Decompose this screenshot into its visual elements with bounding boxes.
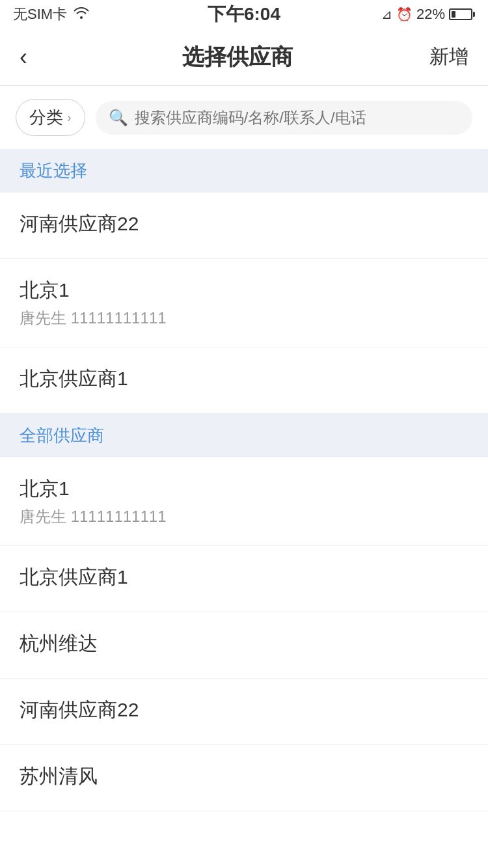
all-list-item[interactable]: 杭州维达 — [0, 612, 488, 679]
recent-section-header: 最近选择 — [0, 149, 488, 193]
status-right: ⊿ ⏰ 22% — [381, 6, 475, 23]
wifi-icon — [72, 6, 90, 23]
search-input[interactable] — [135, 109, 459, 127]
item-name: 北京供应商1 — [20, 564, 468, 591]
all-section-header: 全部供应商 — [0, 414, 488, 457]
item-name: 北京供应商1 — [20, 366, 468, 392]
carrier-text: 无SIM卡 — [13, 5, 67, 24]
item-name: 杭州维达 — [20, 631, 468, 657]
item-name: 河南供应商22 — [20, 211, 468, 237]
filter-bar: 分类 › 🔍 — [0, 86, 488, 149]
alarm-icon: ⏰ — [396, 7, 413, 22]
item-name: 河南供应商22 — [20, 697, 468, 724]
add-button[interactable]: 新增 — [416, 44, 468, 70]
item-sub: 唐先生 11111111111 — [20, 506, 468, 527]
search-icon: 🔍 — [109, 109, 128, 127]
recent-list-item[interactable]: 北京1唐先生 11111111111 — [0, 259, 488, 347]
category-label: 分类 — [29, 106, 63, 129]
all-items-list: 北京1唐先生 11111111111北京供应商1杭州维达河南供应商22苏州清风 — [0, 457, 488, 811]
battery-icon — [449, 8, 475, 20]
recent-list-item[interactable]: 北京供应商1 — [0, 347, 488, 414]
back-button[interactable]: ‹ — [20, 44, 59, 71]
recent-list-item[interactable]: 河南供应商22 — [0, 193, 488, 259]
location-icon: ⊿ — [381, 7, 392, 22]
battery-percent: 22% — [416, 6, 445, 23]
page-title: 选择供应商 — [182, 42, 293, 72]
item-sub: 唐先生 11111111111 — [20, 308, 468, 329]
chevron-right-icon: › — [67, 110, 72, 125]
all-list-item[interactable]: 北京1唐先生 11111111111 — [0, 457, 488, 546]
category-filter-button[interactable]: 分类 › — [16, 99, 85, 136]
item-name: 苏州清风 — [20, 763, 468, 790]
recent-section-label: 最近选择 — [20, 161, 87, 180]
all-section-label: 全部供应商 — [20, 426, 104, 445]
all-list-item[interactable]: 河南供应商22 — [0, 679, 488, 745]
search-box[interactable]: 🔍 — [96, 101, 472, 135]
status-bar: 无SIM卡 下午6:04 ⊿ ⏰ 22% — [0, 0, 488, 29]
nav-bar: ‹ 选择供应商 新增 — [0, 29, 488, 86]
all-list-item[interactable]: 北京供应商1 — [0, 546, 488, 612]
recent-items-list: 河南供应商22北京1唐先生 11111111111北京供应商1 — [0, 193, 488, 414]
all-list-item[interactable]: 苏州清风 — [0, 745, 488, 811]
status-left: 无SIM卡 — [13, 5, 90, 24]
item-name: 北京1 — [20, 476, 468, 502]
status-time: 下午6:04 — [208, 2, 280, 27]
item-name: 北京1 — [20, 277, 468, 304]
